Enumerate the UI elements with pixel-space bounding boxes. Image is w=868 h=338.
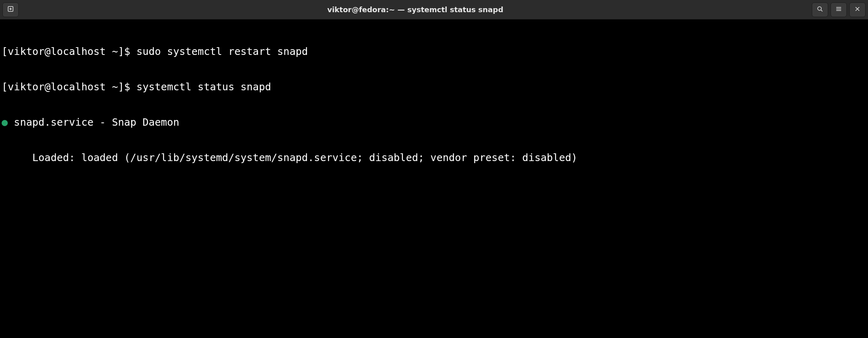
command-text: sudo systemctl restart snapd [136, 46, 308, 57]
search-button[interactable] [812, 2, 828, 17]
hamburger-icon [835, 5, 842, 14]
new-tab-icon [7, 5, 14, 14]
window-title: viktor@fedora:~ — systemctl status snapd [19, 5, 812, 14]
titlebar: viktor@fedora:~ — systemctl status snapd [0, 0, 868, 20]
close-icon [854, 5, 861, 14]
menu-button[interactable] [831, 2, 847, 17]
svg-point-3 [818, 7, 821, 10]
cmd-line-2: [viktor@localhost ~]$ systemctl status s… [2, 81, 866, 93]
cmd-line-1: [viktor@localhost ~]$ sudo systemctl res… [2, 46, 866, 57]
status-dot-icon: ● [2, 116, 8, 128]
close-button[interactable] [849, 2, 866, 17]
terminal-body[interactable]: [viktor@localhost ~]$ sudo systemctl res… [0, 20, 868, 180]
new-tab-button[interactable] [2, 2, 19, 17]
prompt: [viktor@localhost ~]$ [2, 46, 136, 57]
search-icon [816, 5, 824, 14]
unit-header-line: ● snapd.service - Snap Daemon [2, 116, 866, 128]
loaded-line: Loaded: loaded (/usr/lib/systemd/system/… [2, 152, 866, 164]
terminal-window: viktor@fedora:~ — systemctl status snapd… [0, 0, 868, 338]
terminal-background [0, 180, 868, 338]
unit-name: snapd.service - Snap Daemon [8, 116, 179, 128]
svg-line-4 [821, 10, 822, 11]
prompt: [viktor@localhost ~]$ [2, 81, 136, 93]
command-text: systemctl status snapd [136, 81, 271, 93]
